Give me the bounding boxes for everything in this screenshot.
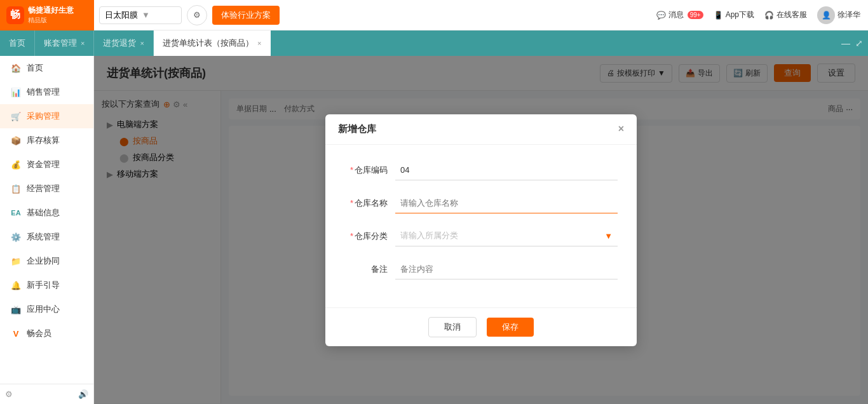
tab-returns[interactable]: 进货退货 × [94,30,153,56]
username-label: 徐泽华 [837,10,860,20]
main-layout: 🏠 首页 📊 销售管理 🛒 采购管理 📦 库存核算 💰 资金管理 📋 经营管理 … [0,56,868,404]
settings-icon[interactable]: ⚙ [187,5,207,25]
tab-stats-label: 进货单统计表（按商品） [163,37,254,49]
add-warehouse-modal: 新增仓库 × 仓库编码 仓库名称 仓库 [325,114,637,346]
remark-row: 备注 [344,259,618,279]
remark-label: 备注 [344,264,395,275]
sidebar-item-finance[interactable]: 💰 资金管理 [0,152,93,177]
tab-expand-icon[interactable]: ⤢ [855,38,863,48]
basic-icon: EA [10,207,22,219]
logo-text: 畅捷通好生意 精品版 [28,5,74,25]
sidebar-label-system: 系统管理 [27,231,60,243]
logo-icon: 畅 [6,6,24,24]
purchase-icon: 🛒 [10,111,22,122]
save-button[interactable]: 保存 [487,318,534,337]
messages-label: 消息 [668,10,684,20]
tab-home[interactable]: 首页 [0,30,35,56]
sidebar-label-purchase: 采购管理 [27,111,60,122]
mobile-icon: 📱 [714,11,723,20]
tab-accounts[interactable]: 账套管理 × [35,30,94,56]
warehouse-name-input[interactable] [395,193,618,213]
modal-header: 新增仓库 × [325,114,637,145]
sidebar-item-inventory[interactable]: 📦 库存核算 [0,128,93,152]
category-placeholder: 请输入所属分类 [400,230,458,241]
online-service-item[interactable]: 🎧 在线客服 [764,10,807,20]
guide-icon: 🔔 [10,279,22,291]
user-item[interactable]: 👤 徐泽华 [817,6,860,24]
sidebar-label-home: 首页 [27,62,43,74]
store-arrow-icon: ▼ [142,10,176,20]
logo-subtitle: 精品版 [28,16,74,25]
category-arrow-icon: ▼ [604,231,613,241]
headset-icon: 🎧 [764,11,774,20]
content-area: 进货单统计(按商品) 🖨 按模板打印 ▼ 📤 导出 🔄 刷新 [94,56,868,404]
management-icon: 📋 [10,183,22,194]
messages-item[interactable]: 💬 消息 99+ [656,10,703,20]
sidebar-item-sales[interactable]: 📊 销售管理 [0,80,93,104]
app-download-label: App下载 [726,10,754,20]
sidebar-label-enterprise: 企业协同 [27,255,60,267]
warehouse-code-row: 仓库编码 [344,160,618,180]
sidebar-label-management: 经营管理 [27,183,60,194]
sidebar-item-management[interactable]: 📋 经营管理 [0,177,93,201]
modal-footer: 取消 保存 [325,307,637,346]
sidebar-label-membership: 畅会员 [27,328,51,339]
finance-icon: 💰 [10,159,22,170]
tab-spacer [271,30,836,56]
tab-returns-close[interactable]: × [140,39,144,47]
sidebar: 🏠 首页 📊 销售管理 🛒 采购管理 📦 库存核算 💰 资金管理 📋 经营管理 … [0,56,94,404]
warehouse-name-label: 仓库名称 [344,198,395,209]
sidebar-item-home[interactable]: 🏠 首页 [0,56,93,80]
tab-accounts-label: 账套管理 [44,37,77,49]
warehouse-category-select[interactable]: 请输入所属分类 ▼ [395,226,618,246]
modal-body: 仓库编码 仓库名称 仓库分类 请输入所属分类 ▼ [325,145,637,307]
messages-badge: 99+ [688,11,703,19]
sidebar-item-membership[interactable]: V 畅会员 [0,321,93,346]
cancel-button[interactable]: 取消 [428,317,477,337]
logo-title: 畅捷通好生意 [28,5,74,16]
tab-home-label: 首页 [9,37,25,49]
warehouse-code-label: 仓库编码 [344,165,395,176]
modal-close-button[interactable]: × [618,123,624,135]
sidebar-label-apps: 应用中心 [27,304,60,315]
logo-area: 畅 畅捷通好生意 精品版 [0,0,94,30]
app-download-item[interactable]: 📱 App下载 [714,10,754,20]
volume-icon[interactable]: 🔊 [78,389,88,399]
message-icon: 💬 [656,11,666,20]
inventory-icon: 📦 [10,135,22,146]
tab-bar: 首页 账套管理 × 进货退货 × 进货单统计表（按商品） × — ⤢ [0,30,868,56]
warehouse-category-row: 仓库分类 请输入所属分类 ▼ [344,226,618,246]
sidebar-label-guide: 新手引导 [27,279,60,291]
sidebar-item-guide[interactable]: 🔔 新手引导 [0,273,93,297]
enterprise-icon: 📁 [10,255,22,267]
tab-returns-label: 进货退货 [103,37,136,49]
sidebar-label-finance: 资金管理 [27,159,60,170]
online-service-label: 在线客服 [776,10,807,20]
tab-stats[interactable]: 进货单统计表（按商品） × [154,30,271,56]
store-selector[interactable]: 日太阳膜 ▼ [99,6,182,24]
warehouse-code-input[interactable] [395,160,618,180]
tab-minimize-icon[interactable]: — [841,38,850,48]
settings-bottom-icon[interactable]: ⚙ [5,389,13,399]
tab-accounts-close[interactable]: × [81,39,85,47]
sidebar-label-basic: 基础信息 [27,207,60,219]
sidebar-item-system[interactable]: ⚙️ 系统管理 [0,225,93,249]
modal-title: 新增仓库 [338,123,376,135]
avatar: 👤 [817,6,835,24]
home-icon: 🏠 [10,62,22,74]
sidebar-item-basic[interactable]: EA 基础信息 [0,201,93,225]
tab-stats-close[interactable]: × [257,39,261,47]
top-bar: 畅 畅捷通好生意 精品版 日太阳膜 ▼ ⚙ 体验行业方案 💬 消息 99+ 📱 … [0,0,868,30]
experience-button[interactable]: 体验行业方案 [212,6,280,25]
top-bar-right: 💬 消息 99+ 📱 App下载 🎧 在线客服 👤 徐泽华 [656,6,860,24]
tab-controls: — ⤢ [836,30,868,56]
sidebar-item-apps[interactable]: 📺 应用中心 [0,297,93,321]
sidebar-item-purchase[interactable]: 🛒 采购管理 [0,104,93,128]
sidebar-label-inventory: 库存核算 [27,135,60,146]
warehouse-category-label: 仓库分类 [344,231,395,242]
sales-icon: 📊 [10,86,22,98]
system-icon: ⚙️ [10,231,22,243]
sidebar-bottom: ⚙ 🔊 [0,384,93,404]
remark-input[interactable] [395,259,618,279]
sidebar-item-enterprise[interactable]: 📁 企业协同 [0,249,93,273]
